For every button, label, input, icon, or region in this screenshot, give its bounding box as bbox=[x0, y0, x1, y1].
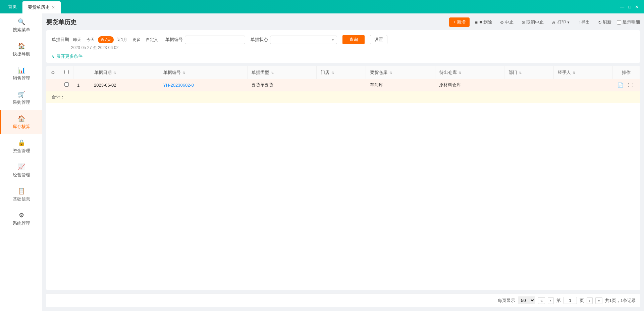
shortcut-more[interactable]: 更多 bbox=[130, 36, 143, 43]
col-department[interactable]: 部门 ⇅ bbox=[504, 66, 553, 79]
export-icon: ↑ bbox=[578, 20, 581, 25]
col-date[interactable]: 单据日期 ⇅ bbox=[90, 66, 159, 79]
sidebar-item-quick-nav-label: 快捷导航 bbox=[13, 51, 30, 57]
shortcut-custom[interactable]: 自定义 bbox=[144, 36, 160, 43]
col-department-sort-icon: ⇅ bbox=[519, 71, 522, 75]
close-icon[interactable]: ✕ bbox=[635, 4, 639, 9]
sidebar-item-purchase-mgmt[interactable]: 🛒 采购管理 bbox=[0, 86, 42, 110]
col-num bbox=[73, 66, 90, 79]
new-button[interactable]: + 新增 bbox=[449, 17, 470, 27]
col-pending-warehouse-label: 待出仓库 bbox=[439, 70, 457, 75]
date-range-display: 2023-05-27 至 2023-06-02 bbox=[71, 45, 635, 51]
status-select[interactable] bbox=[270, 36, 337, 44]
sidebar-item-search-menu[interactable]: 🔍 搜索菜单 bbox=[0, 13, 42, 38]
col-order-type[interactable]: 单据类型 ⇅ bbox=[248, 66, 317, 79]
shortcut-yesterday[interactable]: 昨天 bbox=[71, 36, 83, 43]
expand-more-btn[interactable]: ∨ 展开更多条件 bbox=[52, 53, 635, 59]
next-page-button[interactable]: › bbox=[587, 297, 593, 304]
tab-home-label: 首页 bbox=[8, 4, 17, 10]
export-button[interactable]: ↑ 导出 bbox=[576, 18, 593, 27]
export-label: 导出 bbox=[581, 19, 590, 25]
table-row[interactable]: 1 2023-06-02 YH-20230602-0 要货单要货 车间库 原材料… bbox=[46, 79, 640, 91]
row-num: 1 bbox=[73, 79, 90, 91]
operations-icon: 📈 bbox=[18, 163, 25, 171]
shortcut-7days[interactable]: 近7天 bbox=[98, 36, 114, 43]
order-no-input[interactable] bbox=[185, 36, 245, 44]
col-order-type-label: 单据类型 bbox=[252, 70, 269, 75]
tab-order-history[interactable]: 要货单历史 ✕ bbox=[22, 1, 61, 13]
settings-button[interactable]: 设置 bbox=[370, 35, 387, 44]
row-store bbox=[317, 79, 366, 91]
sidebar-item-operations-label: 经营管理 bbox=[13, 172, 30, 178]
select-all-checkbox[interactable] bbox=[64, 70, 69, 74]
row-checkbox-cell[interactable] bbox=[60, 79, 73, 91]
data-table: ⚙ 单据日期 ⇅ 单据编号 ⇅ bbox=[46, 66, 640, 91]
last-page-button[interactable]: » bbox=[595, 297, 602, 304]
sidebar-item-finance[interactable]: 🔒 资金管理 bbox=[0, 134, 42, 159]
date-range-text: 2023-05-27 至 2023-06-02 bbox=[71, 45, 118, 50]
first-page-button[interactable]: « bbox=[538, 297, 545, 304]
tab-order-history-label: 要货单历史 bbox=[28, 4, 50, 10]
minimize-icon[interactable]: — bbox=[620, 4, 624, 9]
sidebar-item-basic-info[interactable]: 📋 基础信息 bbox=[0, 183, 42, 207]
row-settings-icon bbox=[46, 79, 60, 91]
col-ops: 操作 bbox=[613, 66, 640, 79]
col-req-warehouse-label: 要货仓库 bbox=[370, 70, 387, 75]
display-detail-toggle[interactable]: 显示明细 bbox=[617, 19, 640, 25]
status-filter-group: 单据状态 ▼ bbox=[251, 36, 337, 44]
sidebar-item-system-mgmt[interactable]: ⚙ 系统管理 bbox=[0, 207, 42, 231]
cancel-stop-label: 取消中止 bbox=[526, 19, 544, 25]
row-order-no-link[interactable]: YH-20230602-0 bbox=[163, 83, 194, 88]
display-detail-label: 显示明细 bbox=[623, 19, 640, 25]
row-delete-icon[interactable]: ⋮⋮ bbox=[626, 82, 635, 88]
col-pending-warehouse-sort-icon: ⇅ bbox=[459, 71, 461, 75]
stop-button[interactable]: ⊘ 中止 bbox=[497, 18, 516, 27]
sidebar-item-quick-nav[interactable]: 🏠 快捷导航 bbox=[0, 38, 42, 62]
page-size-select[interactable]: 50 100 200 bbox=[518, 297, 535, 304]
row-order-no[interactable]: YH-20230602-0 bbox=[159, 79, 247, 91]
refresh-button[interactable]: ↻ 刷新 bbox=[595, 18, 614, 27]
col-order-no[interactable]: 单据编号 ⇅ bbox=[159, 66, 247, 79]
col-order-type-sort-icon: ⇅ bbox=[271, 71, 274, 75]
display-detail-checkbox[interactable] bbox=[617, 20, 621, 25]
col-store[interactable]: 门店 ⇅ bbox=[317, 66, 366, 79]
filter-row-1: 单据日期 昨天 今天 近7天 近1月 更多 自定义 单据编号 bbox=[52, 35, 635, 44]
shortcut-today[interactable]: 今天 bbox=[85, 36, 97, 43]
purchase-mgmt-icon: 🛒 bbox=[18, 91, 25, 98]
col-handler[interactable]: 经手人 ⇅ bbox=[553, 66, 613, 79]
row-checkbox[interactable] bbox=[64, 82, 69, 87]
date-shortcuts: 昨天 今天 近7天 近1月 更多 自定义 bbox=[71, 36, 160, 43]
col-store-label: 门店 bbox=[321, 70, 329, 75]
total-records-label: 共1页，1条记录 bbox=[605, 298, 636, 304]
col-ops-label: 操作 bbox=[622, 70, 631, 75]
tab-home[interactable]: 首页 bbox=[3, 0, 22, 13]
row-edit-icon[interactable]: 📄 bbox=[618, 82, 623, 88]
col-pending-warehouse[interactable]: 待出仓库 ⇅ bbox=[435, 66, 504, 79]
tab-close-icon[interactable]: ✕ bbox=[52, 5, 55, 10]
row-req-warehouse: 车间库 bbox=[366, 79, 435, 91]
sidebar-item-basic-info-label: 基础信息 bbox=[13, 196, 30, 202]
prev-page-button[interactable]: ‹ bbox=[548, 297, 554, 304]
sidebar-item-sales-mgmt[interactable]: 📊 销售管理 bbox=[0, 62, 42, 86]
basic-info-icon: 📋 bbox=[18, 187, 25, 195]
sidebar-item-finance-label: 资金管理 bbox=[13, 148, 30, 154]
col-select-all[interactable] bbox=[60, 66, 73, 79]
page-suffix: 页 bbox=[580, 298, 584, 304]
col-settings[interactable]: ⚙ bbox=[46, 66, 60, 79]
sidebar-item-inventory[interactable]: 🏠 库存核算 bbox=[0, 110, 42, 134]
shortcut-1month[interactable]: 近1月 bbox=[115, 36, 129, 43]
window-controls: — □ ✕ bbox=[620, 4, 641, 9]
row-pending-warehouse: 原材料仓库 bbox=[435, 79, 504, 91]
print-button[interactable]: 🖨 打印 ▼ bbox=[549, 18, 573, 27]
col-date-sort-icon: ⇅ bbox=[113, 71, 116, 75]
cancel-stop-button[interactable]: ⊘ 取消中止 bbox=[519, 18, 546, 27]
sidebar-item-inventory-label: 库存核算 bbox=[13, 124, 30, 130]
query-button[interactable]: 查询 bbox=[342, 35, 365, 44]
page-input[interactable] bbox=[564, 297, 577, 304]
sidebar-item-operations[interactable]: 📈 经营管理 bbox=[0, 159, 42, 183]
sidebar-item-system-mgmt-label: 系统管理 bbox=[13, 220, 30, 226]
sidebar-item-purchase-mgmt-label: 采购管理 bbox=[13, 99, 30, 105]
col-req-warehouse[interactable]: 要货仓库 ⇅ bbox=[366, 66, 435, 79]
maximize-icon[interactable]: □ bbox=[628, 4, 631, 9]
delete-button[interactable]: ■ ■ 删除 bbox=[472, 18, 494, 27]
